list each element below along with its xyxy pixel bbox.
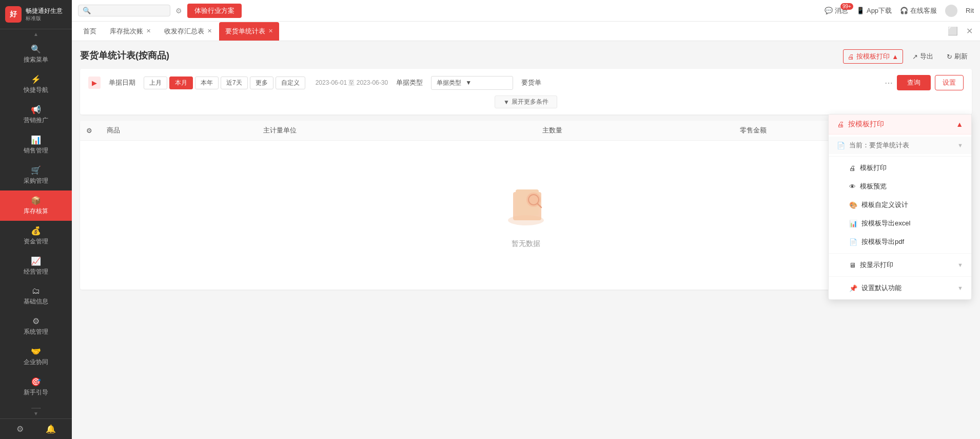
download-icon: 📱 [856, 7, 865, 14]
date-btn-custom[interactable]: 自定义 [276, 77, 305, 89]
refresh-btn[interactable]: ↻ 刷新 [943, 50, 972, 63]
sidebar-item-quicknav[interactable]: ⚡ 快捷导航 [0, 69, 72, 100]
topbar-search-input[interactable] [93, 7, 155, 14]
printer-icon: 🖨 [848, 53, 854, 61]
tab-order-stats-close[interactable]: ✕ [268, 28, 273, 34]
date-btn-this-year[interactable]: 本年 [195, 77, 219, 89]
sidebar-item-inventory[interactable]: 📦 库存核算 [0, 190, 72, 221]
sidebar-item-operations[interactable]: 📈 经营管理 [0, 251, 72, 281]
app-download-btn[interactable]: 📱 App下载 [856, 6, 892, 15]
messages-btn[interactable]: 💬 消息 99+ [825, 6, 848, 15]
sidebar-item-label-purchase: 采购管理 [24, 177, 48, 185]
order-type-select[interactable]: 单据类型 ▼ [431, 76, 513, 90]
sidebar-item-label-system: 系统管理 [24, 328, 48, 336]
date-btn-more[interactable]: 更多 [250, 77, 273, 89]
tab-home[interactable]: 首页 [77, 22, 103, 41]
col-settings-gear-icon[interactable]: ⚙ [86, 127, 92, 135]
template-print-icon: 🖨 [849, 164, 856, 172]
template-design-left: 🎨 模板自定义设计 [849, 200, 908, 209]
service-icon: 🎧 [900, 7, 908, 14]
default-func-icon: 📌 [849, 284, 857, 292]
dropdown-collapse-icon[interactable]: ▲ [956, 120, 963, 128]
system-icon: ⚙ [32, 316, 40, 326]
collab-icon: 🤝 [31, 347, 41, 356]
date-btn-last-month[interactable]: 上月 [144, 77, 167, 89]
dropdown-header: 🖨 按模板打印 ▲ [829, 114, 971, 135]
tab-inventory-batch[interactable]: 库存批次账 ✕ [104, 22, 157, 41]
sidebar-item-finance[interactable]: 💰 资金管理 [0, 221, 72, 251]
export-btn[interactable]: ↗ 导出 [908, 50, 937, 63]
sidebar-item-search[interactable]: 🔍 搜索菜单 [0, 39, 72, 69]
tab-maximize-btn[interactable]: ⬜ [946, 26, 960, 36]
finance-icon: 💰 [31, 226, 41, 236]
date-filter-label: 单据日期 [109, 78, 135, 87]
print-btn[interactable]: 🖨 按模板打印 ▲ [843, 49, 903, 64]
topbar-gear-icon[interactable]: ⚙ [175, 7, 182, 15]
current-template-icon: 📄 [837, 142, 845, 149]
sidebar-item-sales[interactable]: 📊 销售管理 [0, 130, 72, 160]
filter-row-1: ▶ 单据日期 上月 本月 本年 近7天 更多 自定义 2023-06-01 至 … [88, 75, 964, 90]
dropdown-default-section: 📌 设置默认功能 ▼ [829, 277, 971, 299]
date-buttons: 上月 本月 本年 近7天 更多 自定义 [144, 77, 305, 89]
dropdown-template-design[interactable]: 🎨 模板自定义设计 [829, 196, 971, 214]
tab-collection-summary[interactable]: 收发存汇总表 ✕ [158, 22, 218, 41]
sidebar-nav: 🔍 搜索菜单 ⚡ 快捷导航 📢 营销推广 📊 销售管理 🛒 采购管理 📦 库存核… [0, 39, 72, 409]
sidebar-item-guide[interactable]: 🎯 新手引导 [0, 372, 72, 402]
online-service-btn[interactable]: 🎧 在线客服 [900, 6, 937, 15]
trial-btn[interactable]: 体验行业方案 [187, 4, 242, 18]
dropdown-template-preview[interactable]: 👁 模板预览 [829, 177, 971, 196]
refresh-icon: ↻ [947, 53, 952, 61]
sidebar-item-system[interactable]: ⚙ 系统管理 [0, 311, 72, 341]
expand-more-btn[interactable]: ▼ 展开更多条件 [495, 96, 557, 108]
date-btn-this-month[interactable]: 本月 [169, 77, 193, 89]
user-name: Rit [966, 7, 974, 14]
sidebar-item-marketing[interactable]: 📢 营销推广 [0, 100, 72, 130]
default-func-label: 设置默认功能 [861, 283, 901, 293]
tab-close-btn[interactable]: ✕ [964, 26, 975, 36]
sidebar-item-label-sales: 销售管理 [24, 146, 48, 155]
sidebar-item-purchase[interactable]: 🛒 采购管理 [0, 160, 72, 190]
sound-footer-icon[interactable]: 🔔 [46, 424, 56, 434]
sidebar-item-label-inventory: 库存核算 [24, 207, 48, 216]
sidebar: 好 畅捷通好生意 标准版 ▲ 🔍 搜索菜单 ⚡ 快捷导航 📢 营销推广 📊 销售… [0, 0, 72, 439]
user-avatar[interactable] [945, 5, 957, 17]
settings-footer-icon[interactable]: ⚙ [16, 424, 24, 434]
filter-expand-icon[interactable]: ▶ [88, 77, 101, 89]
tab-order-stats-label: 要货单统计表 [225, 27, 265, 36]
tab-inventory-batch-close[interactable]: ✕ [146, 28, 151, 34]
filter-setting-btn[interactable]: 设置 [935, 75, 964, 90]
dropdown-default-func[interactable]: 📌 设置默认功能 ▼ [829, 279, 971, 297]
date-btn-7days[interactable]: 近7天 [221, 77, 248, 89]
tab-inventory-batch-label: 库存批次账 [110, 27, 143, 36]
dropdown-export-pdf[interactable]: 📄 按模板导出pdf [829, 233, 971, 251]
display-print-chevron: ▼ [957, 262, 963, 268]
sidebar-item-collab[interactable]: 🤝 企业协同 [0, 341, 72, 372]
purchase-icon: 🛒 [31, 165, 41, 175]
tab-bar: 首页 库存批次账 ✕ 收发存汇总表 ✕ 要货单统计表 ✕ ⬜ ✕ [72, 22, 980, 41]
sidebar-item-basic[interactable]: 🗂 基础信息 [0, 281, 72, 311]
dropdown-current-template[interactable]: 📄 当前：要货单统计表 ▼ [829, 137, 971, 154]
dropdown-current-label: 当前：要货单统计表 [849, 141, 909, 150]
query-btn[interactable]: 查询 [897, 75, 931, 90]
col-qty: 主数量 [536, 121, 734, 141]
sidebar-item-label-guide: 新手引导 [24, 388, 48, 397]
scroll-down-arrow[interactable]: ▼ [0, 409, 72, 418]
sidebar-item-apps[interactable]: 🔲 应用中心 [0, 402, 72, 409]
tab-collection-summary-close[interactable]: ✕ [207, 28, 212, 34]
dropdown-template-print[interactable]: 🖨 模板打印 [829, 159, 971, 177]
template-print-left: 🖨 模板打印 [849, 163, 887, 173]
dropdown-export-excel[interactable]: 📊 按模板导出excel [829, 214, 971, 233]
order-type-value: 单据类型 [437, 79, 461, 87]
main-content: 🔍 ⚙ 体验行业方案 💬 消息 99+ 📱 App下载 🎧 在线客服 Rit [72, 0, 980, 439]
tab-home-label: 首页 [83, 27, 96, 36]
tab-order-stats[interactable]: 要货单统计表 ✕ [219, 22, 279, 41]
display-print-label: 按显示打印 [860, 260, 893, 270]
topbar-search-box[interactable]: 🔍 [78, 5, 170, 16]
dropdown-display-print[interactable]: 🖥 按显示打印 ▼ [829, 256, 971, 274]
scroll-up-arrow[interactable]: ▲ [0, 29, 72, 39]
more-options-icon[interactable]: ⋯ [885, 78, 893, 88]
dropdown-display-section: 🖥 按显示打印 ▼ [829, 254, 971, 277]
sidebar-item-label-collab: 企业协同 [24, 358, 48, 367]
topbar-right: 💬 消息 99+ 📱 App下载 🎧 在线客服 Rit [825, 5, 974, 17]
page-content: 要货单统计表(按商品) 🖨 按模板打印 ▲ ↗ 导出 ↻ 刷新 ▶ 单据日期 [72, 41, 980, 439]
